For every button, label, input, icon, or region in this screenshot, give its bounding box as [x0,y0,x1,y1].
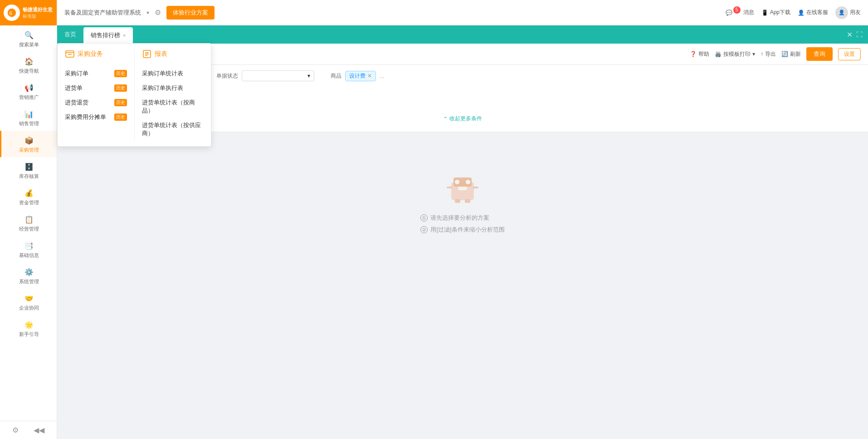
user-name: 用友 [850,9,861,16]
svg-rect-6 [458,187,467,190]
svg-rect-11 [66,51,74,57]
purchase-section-header: 采购业务 [65,49,127,62]
report-section-icon [142,49,152,59]
empty-state: ① 请先选择要分析的方案 ② 用[过滤]条件来缩小分析范围 [57,132,868,272]
svg-text:6: 6 [10,10,12,16]
history-badge-0: 历史 [114,70,127,77]
home-icon: 🏠 [24,57,34,66]
marketing-icon: 📢 [24,84,34,92]
purchase-dropdown-menu: 采购业务 采购订单 历史 进货单 历史 进货退货 历史 采购费用分摊单 历史 [57,43,211,147]
tab-expand-btn[interactable]: ⛶ [856,31,863,38]
operations-icon: 📋 [24,215,34,224]
inventory-icon: 🗄️ [24,163,34,171]
menu-item-purchase-order-exec[interactable]: 采购订单执行表 [142,81,204,95]
query-btn[interactable]: 查询 [806,47,833,61]
purchase-section-icon [65,49,75,59]
sidebar-item-operations[interactable]: 📋 经营管理 [0,210,57,236]
system-dropdown-arrow[interactable]: ▾ [146,10,149,16]
sidebar-item-finance[interactable]: 💰 资金管理 [0,183,57,210]
sidebar: 6 畅捷通好生意 标准版 🔍 搜索菜单 🏠 快捷导航 📢 营销推广 📊 [0,0,57,439]
svg-rect-8 [473,187,478,188]
app-download-btn[interactable]: 📱 App下载 [761,9,790,16]
user-menu-btn[interactable]: 👤 用友 [835,6,861,19]
industry-btn[interactable]: 体验行业方案 [166,6,215,20]
export-btn[interactable]: ↑ 导出 [761,50,776,58]
logo-area: 6 畅捷通好生意 标准版 [0,0,57,25]
print-icon: 🖨️ [715,51,722,57]
tab-close-btn[interactable]: ✕ [847,30,853,39]
sidebar-footer: ⚙ ◀◀ [0,421,57,439]
goods-filter: 商品 设计费 ✕ ... [331,71,421,81]
refresh-btn[interactable]: 🔄 刷新 [781,50,801,58]
sidebar-item-sales[interactable]: 📊 销售管理 [0,104,57,131]
sidebar-item-guide[interactable]: 🌟 新手引导 [0,315,57,341]
menu-item-receipt-stats-goods[interactable]: 进货单统计表（按商品） [142,95,204,118]
help-icon: ❓ [690,51,697,57]
purchase-icon: 📦 [24,136,34,145]
goods-tag: 设计费 ✕ [345,71,376,81]
goods-label: 商品 [331,72,341,80]
sidebar-item-inventory[interactable]: 🗄️ 库存核算 [0,157,57,183]
logo-icon: 6 [4,5,20,21]
user-avatar: 👤 [835,6,848,19]
sidebar-item-marketing[interactable]: 📢 营销推广 [0,78,57,104]
menu-item-purchase-expense[interactable]: 采购费用分摊单 历史 [65,110,127,124]
search-menu-icon: 🔍 [24,31,34,39]
collapse-sidebar-btn[interactable]: ◀◀ [34,426,44,434]
svg-rect-9 [455,199,460,203]
menu-item-receipt-stats-supplier[interactable]: 进货单统计表（按供应商） [142,118,204,141]
menu-item-purchase-order-stats[interactable]: 采购订单统计表 [142,66,204,81]
history-badge-2: 历史 [114,99,127,106]
menu-item-purchase-receipt[interactable]: 进货单 历史 [65,81,127,95]
svg-rect-10 [465,199,470,203]
tab-close-icon[interactable]: × [123,33,126,38]
menu-item-purchase-return[interactable]: 进货退货 历史 [65,95,127,110]
sidebar-item-quick-nav[interactable]: 🏠 快捷导航 [0,52,57,78]
svg-point-5 [466,180,470,184]
tabbar: 首页 销售排行榜 × ✕ ⛶ [57,25,868,44]
message-btn[interactable]: 💬 5 消息 [726,9,754,16]
history-badge-3: 历史 [114,113,127,121]
print-btn[interactable]: 🖨️ 按模板打印 ▾ [715,50,755,58]
doc-status-filter: 单据状态 ▾ [216,70,314,81]
guide-icon: 🌟 [24,321,34,329]
sales-icon: 📊 [24,110,34,118]
sidebar-item-enterprise[interactable]: 🤝 企业协同 [0,289,57,315]
basic-info-icon: 📑 [24,242,34,250]
goods-tag-remove[interactable]: ✕ [367,73,372,79]
finance-icon: 💰 [24,189,34,197]
settings-btn[interactable]: 设置 [838,48,861,60]
topbar: 装备及固定资产辅助管理系统 ▾ ⚙ 体验行业方案 💬 5 消息 📱 App下载 … [57,0,868,25]
report-section: 报表 采购订单统计表 采购订单执行表 进货单统计表（按商品） 进货单统计表（按供… [134,49,211,141]
message-icon: 💬 [726,10,732,16]
doc-status-label: 单据状态 [216,72,238,80]
goods-dots[interactable]: ... [380,73,385,79]
tab-home[interactable]: 首页 [57,25,83,44]
report-section-title: 报表 [155,50,167,58]
phone-icon: 📱 [761,10,768,16]
sidebar-item-basic-info[interactable]: 📑 基础信息 [0,236,57,262]
doc-status-select[interactable]: ▾ [242,70,314,81]
export-icon: ↑ [761,51,763,57]
empty-text: ① 请先选择要分析的方案 ② 用[过滤]条件来缩小分析范围 [420,212,504,236]
menu-item-purchase-order[interactable]: 采购订单 历史 [65,66,127,81]
message-badge: 5 [733,6,741,14]
online-service-btn[interactable]: 👤 在线客服 [798,9,828,16]
print-dropdown-icon[interactable]: ▾ [752,51,755,57]
settings-footer-btn[interactable]: ⚙ [12,426,19,434]
sidebar-item-purchase[interactable]: 📦 采购管理 [0,131,57,157]
dropdown-grid: 采购业务 采购订单 历史 进货单 历史 进货退货 历史 采购费用分摊单 历史 [58,49,211,141]
collapse-icon: ⌃ [443,116,448,122]
help-btn[interactable]: ❓ 帮助 [690,50,709,58]
topbar-settings-icon[interactable]: ⚙ [155,8,161,17]
sidebar-item-system[interactable]: ⚙️ 系统管理 [0,262,57,289]
tab-sales-ranking[interactable]: 销售排行榜 × [83,27,133,44]
purchase-section: 采购业务 采购订单 历史 进货单 历史 进货退货 历史 采购费用分摊单 历史 [58,49,134,141]
logo-text: 畅捷通好生意 标准版 [23,6,53,20]
service-icon: 👤 [798,10,805,16]
report-section-header: 报表 [142,49,204,62]
sidebar-nav: 🔍 搜索菜单 🏠 快捷导航 📢 营销推广 📊 销售管理 📦 采购管理 🗄️ [0,25,57,421]
refresh-icon: 🔄 [781,51,788,57]
sidebar-item-search[interactable]: 🔍 搜索菜单 [0,25,57,52]
purchase-section-title: 采购业务 [78,50,103,58]
